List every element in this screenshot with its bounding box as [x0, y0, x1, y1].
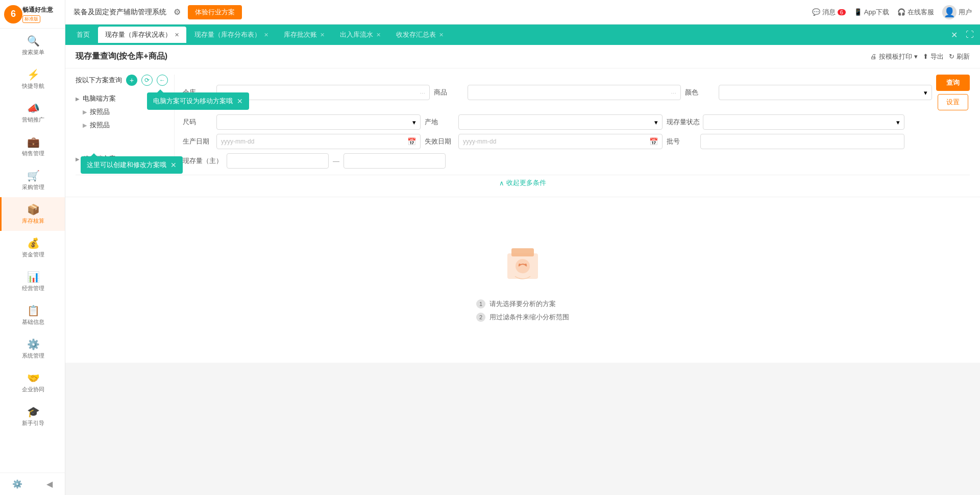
user-avatar: 👤: [942, 5, 957, 19]
tab-close-summary[interactable]: ✕: [439, 32, 444, 38]
refresh-btn[interactable]: ↻ 刷新: [949, 52, 970, 61]
collapse-arrow-icon: ∧: [499, 179, 504, 187]
search-btn[interactable]: 查询: [936, 75, 970, 91]
edit-tooltip-close[interactable]: ✕: [170, 161, 177, 169]
inventory-status-label: 现存量状态: [667, 117, 700, 127]
inventory-status-select[interactable]: ▾: [703, 114, 904, 130]
size-select[interactable]: ▾: [216, 114, 421, 130]
hint-text-2: 用过滤条件来缩小分析范围: [489, 313, 569, 322]
sales-icon: 💼: [27, 136, 40, 148]
tab-close-in-out-flow[interactable]: ✕: [376, 32, 381, 38]
color-dropdown-icon: ▾: [924, 89, 927, 97]
batch-no-input[interactable]: [700, 134, 904, 149]
maximize-btn[interactable]: ⛶: [964, 28, 976, 41]
logo-icon: 6: [4, 5, 22, 23]
back-scheme-btn[interactable]: ←: [157, 75, 168, 86]
production-date-placeholder: yyyy-mm-dd: [221, 138, 254, 145]
tab-close-batch-account[interactable]: ✕: [320, 32, 325, 38]
expiry-date-calendar-icon: 📅: [649, 137, 658, 146]
filter-row-3: 生产日期 yyyy-mm-dd 📅 失效日期 yyyy-mm-dd: [183, 134, 970, 149]
sidebar-item-guide[interactable]: 🎓 新手引导: [0, 399, 65, 433]
desktop-scheme-arrow: ▶: [76, 96, 80, 102]
messages-btn[interactable]: 💬 消息 6: [812, 8, 846, 17]
sidebar-item-system[interactable]: ⚙️ 系统管理: [0, 332, 65, 366]
collapse-sidebar-btn[interactable]: ◀: [46, 479, 53, 489]
inventory-main-to[interactable]: [344, 153, 446, 169]
reset-btn[interactable]: 设置: [938, 94, 968, 110]
production-date-input[interactable]: yyyy-mm-dd 📅: [216, 134, 421, 149]
color-select[interactable]: ▾: [719, 85, 932, 100]
collapse-btn[interactable]: ∧ 收起更多条件: [499, 178, 546, 187]
template-print-label: 按模板打印: [879, 52, 912, 61]
industry-btn[interactable]: 体验行业方案: [188, 5, 242, 19]
sidebar-item-inventory[interactable]: 📦 库存核算: [0, 197, 65, 231]
headset-icon: 🎧: [897, 8, 905, 16]
scheme-tooltip-text: 电脑方案可设为移动方案哦: [153, 97, 233, 106]
desktop-scheme-item-2[interactable]: ▶ 按照品: [83, 119, 168, 132]
tab-close-inventory-dist[interactable]: ✕: [264, 32, 268, 38]
tab-inventory-status[interactable]: 现存量（库存状况表） ✕: [98, 27, 186, 43]
basic-label: 基础信息: [22, 318, 44, 326]
mobile-scheme-arrow: ▶: [76, 156, 80, 162]
sidebar-item-enterprise[interactable]: 🤝 企业协同: [0, 366, 65, 399]
filter-production-date: 生产日期 yyyy-mm-dd 📅: [183, 134, 421, 149]
tab-in-out-flow[interactable]: 出入库流水 ✕: [333, 27, 388, 43]
origin-select[interactable]: ▾: [458, 114, 663, 130]
tab-home[interactable]: 首页: [69, 27, 97, 43]
tab-inventory-dist[interactable]: 现存量（库存分布表） ✕: [187, 27, 276, 43]
sidebar-item-sales[interactable]: 💼 销售管理: [0, 130, 65, 163]
sidebar-item-basic[interactable]: 📋 基础信息: [0, 298, 65, 332]
settings-icon-btn[interactable]: ⚙: [172, 7, 183, 18]
user-btn[interactable]: 👤 用户: [942, 5, 972, 19]
range-dash: —: [333, 157, 339, 165]
sidebar-item-finance[interactable]: 💰 资金管理: [0, 231, 65, 265]
page-title: 现存量查询(按仓库+商品): [76, 51, 167, 62]
settings-bottom-btn[interactable]: ⚙️: [12, 479, 22, 489]
origin-dropdown-icon: ▾: [654, 119, 658, 126]
user-label: 用户: [959, 8, 972, 17]
expiry-date-input[interactable]: yyyy-mm-dd 📅: [458, 134, 663, 149]
tab-batch-account[interactable]: 库存批次账 ✕: [277, 27, 332, 43]
tab-summary[interactable]: 收发存汇总表 ✕: [389, 27, 451, 43]
page-content: 现存量查询(按仓库+商品) 🖨 按模板打印 ▾ ⬆ 导出 ↻ 刷新: [65, 45, 980, 495]
close-all-tabs-btn[interactable]: ✕: [949, 28, 960, 42]
edit-scheme-btn[interactable]: ⟳: [141, 75, 153, 86]
sidebar-item-operations[interactable]: 📊 经营管理: [0, 265, 65, 298]
goods-input[interactable]: ···: [468, 85, 681, 100]
messages-label: 消息: [822, 8, 836, 17]
tab-home-label: 首页: [77, 30, 90, 39]
app-download-btn[interactable]: 📱 App下载: [854, 8, 889, 17]
scheme-item-icon-2: ▶: [83, 122, 87, 129]
size-label: 尺码: [183, 117, 213, 127]
empty-state: 1 请先选择要分析的方案 2 用过滤条件来缩小分析范围: [65, 197, 980, 363]
goods-label: 商品: [434, 88, 464, 97]
refresh-label: 刷新: [957, 52, 970, 61]
search-nav-label: 搜索菜单: [22, 49, 44, 56]
inventory-main-from[interactable]: [227, 153, 329, 169]
filter-row-1: 仓库 ··· 商品 ···: [183, 75, 970, 110]
sidebar-item-marketing[interactable]: 📣 营销推广: [0, 96, 65, 130]
export-btn[interactable]: ⬆ 导出: [923, 52, 944, 61]
basic-icon: 📋: [27, 304, 40, 317]
system-icon: ⚙️: [27, 338, 40, 350]
quick-nav-label: 快捷导航: [22, 82, 44, 90]
scheme-tooltip: 电脑方案可设为移动方案哦 ✕: [147, 92, 249, 110]
search-nav-icon: 🔍: [27, 35, 40, 47]
template-print-btn[interactable]: 🖨 按模板打印 ▾: [870, 52, 918, 61]
sidebar-item-quick-nav[interactable]: ⚡ 快捷导航: [0, 62, 65, 96]
scheme-tooltip-close[interactable]: ✕: [237, 97, 243, 105]
scheme-item-label-2: 按照品: [90, 121, 110, 130]
purchase-label: 采购管理: [22, 183, 44, 191]
filter-origin: 产地 ▾: [425, 114, 663, 130]
tab-summary-label: 收发存汇总表: [396, 30, 436, 39]
edit-tooltip-text: 这里可以创建和修改方案哦: [87, 160, 166, 170]
sidebar-item-search[interactable]: 🔍 搜索菜单: [0, 29, 65, 62]
sidebar-item-purchase[interactable]: 🛒 采购管理: [0, 163, 65, 197]
hint-num-2: 2: [476, 313, 485, 322]
sidebar-logo: 6 畅通好生意 标准版: [0, 0, 65, 29]
print-icon: 🖨: [870, 53, 877, 60]
tab-close-inventory-status[interactable]: ✕: [175, 32, 179, 38]
search-reset-group: 查询 设置: [936, 75, 970, 110]
online-support-btn[interactable]: 🎧 在线客服: [897, 8, 934, 17]
add-scheme-btn[interactable]: +: [126, 75, 137, 86]
